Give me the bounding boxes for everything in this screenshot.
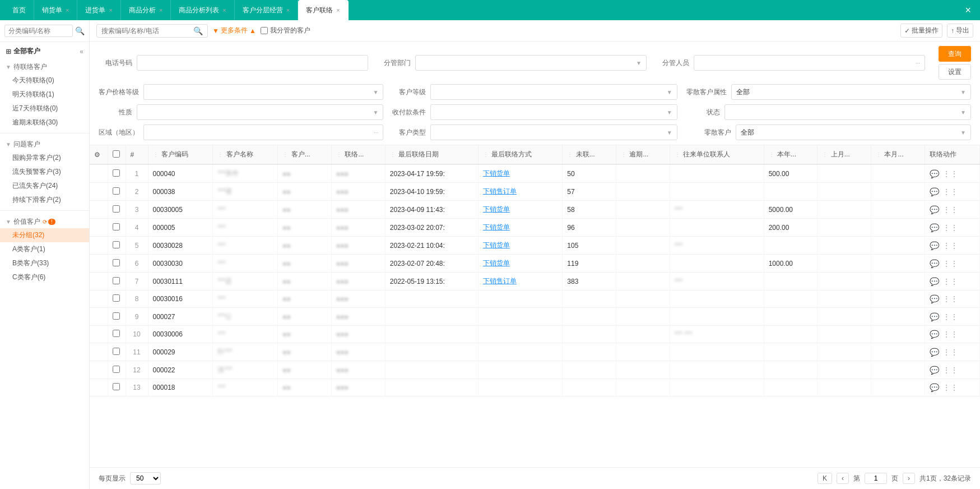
- contact-action-icon[interactable]: 💬: [930, 383, 939, 392]
- search-icon[interactable]: 🔍: [193, 26, 203, 35]
- sidebar-item-class-b[interactable]: B类客户(33): [0, 256, 89, 270]
- contact-person-col-header[interactable]: ⋮ 往来单位联系人: [670, 145, 764, 164]
- row-checkbox[interactable]: [113, 223, 120, 230]
- region-select[interactable]: ···: [143, 124, 383, 140]
- checkbox-cell[interactable]: [108, 343, 126, 361]
- nature-select[interactable]: ▼: [137, 104, 383, 120]
- last-method-cell[interactable]: [478, 343, 563, 361]
- checkbox-cell[interactable]: [108, 183, 126, 201]
- settings-icon[interactable]: ⚙: [94, 151, 100, 159]
- checkbox-cell[interactable]: [108, 273, 126, 290]
- this-month-col-header[interactable]: ⋮ 本月...: [871, 145, 925, 164]
- search-button[interactable]: 查询: [939, 46, 971, 62]
- payment-select[interactable]: ▼: [430, 104, 677, 120]
- sidebar-item-churned[interactable]: 已流失客户(24): [0, 179, 89, 193]
- last-method-cell[interactable]: [478, 290, 563, 308]
- contact-col-header[interactable]: ⋮ 联络...: [332, 145, 386, 164]
- close-sales-order-icon[interactable]: ×: [66, 7, 69, 13]
- contact-action-icon[interactable]: 💬: [930, 294, 939, 303]
- row-checkbox[interactable]: [113, 241, 120, 248]
- retail-attr-select[interactable]: 全部 ▼: [731, 84, 971, 100]
- checkbox-cell[interactable]: [108, 164, 126, 183]
- more-action-icon[interactable]: ⋮⋮: [942, 383, 958, 392]
- row-checkbox[interactable]: [113, 383, 120, 390]
- tab-product-analysis[interactable]: 商品分析 ×: [121, 0, 171, 20]
- close-product-analysis-list-icon[interactable]: ×: [222, 7, 226, 13]
- last-method-cell[interactable]: 下销货单: [478, 255, 563, 273]
- more-action-icon[interactable]: ⋮⋮: [942, 330, 958, 339]
- contact-action-icon[interactable]: 💬: [930, 187, 939, 196]
- more-action-icon[interactable]: ⋮⋮: [942, 187, 958, 196]
- tab-customer-segmentation[interactable]: 客户分层经营 ×: [235, 0, 298, 20]
- sidebar-item-declining[interactable]: 持续下滑客户(2): [0, 193, 89, 207]
- collapse-sidebar-icon[interactable]: «: [80, 48, 83, 56]
- prev-page-button[interactable]: ‹: [837, 473, 849, 484]
- tab-purchase-order[interactable]: 进货单 ×: [77, 0, 120, 20]
- status-select[interactable]: ▼: [724, 104, 971, 120]
- more-action-icon[interactable]: ⋮⋮: [942, 348, 958, 357]
- problem-group-header[interactable]: ▼ 问题客户: [0, 137, 89, 151]
- page-number-input[interactable]: [865, 473, 887, 484]
- contact-action-icon[interactable]: 💬: [930, 366, 939, 375]
- retail-customer-select[interactable]: 全部 ▼: [736, 124, 971, 140]
- contact-action-icon[interactable]: 💬: [930, 277, 939, 286]
- my-customers-checkbox[interactable]: [261, 27, 268, 34]
- tab-customer-contact[interactable]: 客户联络 ×: [298, 0, 348, 20]
- level-col-header[interactable]: ⋮ 客户...: [278, 145, 332, 164]
- window-close-button[interactable]: ×: [960, 2, 976, 19]
- more-action-icon[interactable]: ⋮⋮: [942, 366, 958, 375]
- customer-level-select[interactable]: ▼: [430, 84, 677, 100]
- last-date-col-header[interactable]: ⋮ 最后联络日期: [385, 145, 478, 164]
- sidebar-item-class-a[interactable]: A类客户(1): [0, 242, 89, 256]
- first-page-button[interactable]: K: [818, 473, 832, 484]
- more-action-icon[interactable]: ⋮⋮: [942, 294, 958, 303]
- customer-type-select[interactable]: ▼: [430, 124, 677, 140]
- last-method-cell[interactable]: 下销售订单: [478, 273, 563, 290]
- tab-sales-order[interactable]: 销货单 ×: [34, 0, 77, 20]
- export-button[interactable]: ↑ 导出: [947, 24, 973, 38]
- checkbox-cell[interactable]: [108, 201, 126, 219]
- row-checkbox[interactable]: [113, 330, 120, 337]
- last-method-cell[interactable]: [478, 379, 563, 396]
- checkbox-cell[interactable]: [108, 290, 126, 308]
- row-checkbox[interactable]: [113, 169, 120, 177]
- row-checkbox[interactable]: [113, 187, 120, 195]
- no-contact-col-header[interactable]: ⋮ 未联...: [563, 145, 616, 164]
- sidebar-item-tomorrow-pending[interactable]: 明天待联络(1): [0, 87, 89, 102]
- checkbox-cell[interactable]: [108, 237, 126, 255]
- per-page-select[interactable]: 50 100 200: [130, 472, 161, 485]
- close-product-analysis-icon[interactable]: ×: [159, 7, 162, 13]
- refresh-icon[interactable]: ⟳: [43, 219, 47, 225]
- value-group-header[interactable]: ▼ 价值客户 ⟳ !: [0, 214, 89, 228]
- last-method-cell[interactable]: 下销货单: [478, 164, 563, 183]
- sidebar-item-hoarding[interactable]: 囤购异常客户(2): [0, 151, 89, 165]
- row-checkbox[interactable]: [113, 259, 120, 266]
- checkbox-cell[interactable]: [108, 308, 126, 326]
- tab-home[interactable]: 首页: [4, 0, 34, 20]
- sidebar-item-week-pending[interactable]: 近7天待联络(0): [0, 102, 89, 116]
- checkbox-cell[interactable]: [108, 361, 126, 379]
- select-all-checkbox[interactable]: [113, 150, 120, 158]
- last-method-cell[interactable]: [478, 326, 563, 343]
- name-col-header[interactable]: ⋮ 客户名称: [213, 145, 278, 164]
- more-action-icon[interactable]: ⋮⋮: [942, 277, 958, 286]
- last-method-cell[interactable]: 下销货单: [478, 201, 563, 219]
- last-method-cell[interactable]: 下销货单: [478, 237, 563, 255]
- more-action-icon[interactable]: ⋮⋮: [942, 259, 958, 268]
- settings-col-header[interactable]: ⚙: [90, 145, 108, 164]
- row-checkbox[interactable]: [113, 277, 120, 284]
- more-action-icon[interactable]: ⋮⋮: [942, 169, 958, 178]
- contact-action-icon[interactable]: 💬: [930, 348, 939, 357]
- last-method-cell[interactable]: 下销货单: [478, 219, 563, 237]
- more-action-icon[interactable]: ⋮⋮: [942, 241, 958, 250]
- contact-action-icon[interactable]: 💬: [930, 169, 939, 178]
- checkbox-cell[interactable]: [108, 326, 126, 343]
- sidebar-item-overdue-pending[interactable]: 逾期未联络(30): [0, 116, 89, 130]
- staff-select[interactable]: ···: [694, 55, 925, 71]
- overdue-col-header[interactable]: ⋮ 逾期...: [616, 145, 670, 164]
- price-level-select[interactable]: ▼: [143, 84, 383, 100]
- row-checkbox[interactable]: [113, 366, 120, 373]
- row-checkbox[interactable]: [113, 312, 120, 320]
- checkbox-cell[interactable]: [108, 219, 126, 237]
- contact-action-icon[interactable]: 💬: [930, 223, 939, 232]
